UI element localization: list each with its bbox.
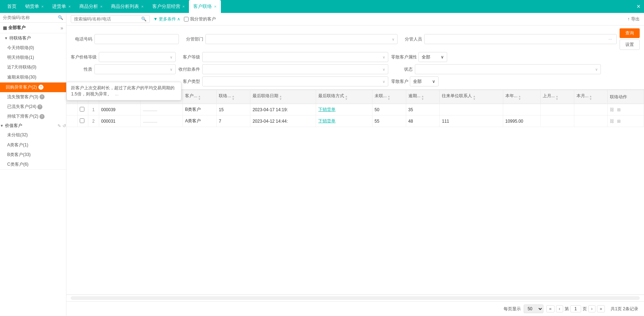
pagination-nav: « ‹ 第 页 › » xyxy=(546,305,605,312)
row-contact-count: 15 xyxy=(217,104,250,115)
row-checkbox[interactable] xyxy=(80,118,84,123)
export-button[interactable]: ↑ 导出 xyxy=(627,16,640,22)
horizontal-scrollbar[interactable] xyxy=(71,296,640,300)
toolbar-search-icon[interactable]: 🔍 xyxy=(141,16,147,22)
current-page-input[interactable] xyxy=(570,305,581,312)
gender-select[interactable]: ∨ xyxy=(94,64,176,74)
row-this-year xyxy=(503,104,540,115)
row-index: 1 xyxy=(88,104,99,115)
table-row: 2 000031 A类客户 7 2023-04-12 14:44: 下销货单 5… xyxy=(66,115,644,127)
nav-item-home[interactable]: 首页 xyxy=(3,0,21,13)
nav-item-purchase[interactable]: 进货单 × xyxy=(48,0,75,13)
churn-warning-info-icon[interactable]: ? xyxy=(40,94,45,99)
collapse-sidebar-btn[interactable]: » xyxy=(60,25,63,31)
sidebar-item-overdue-pending[interactable]: 逾期未联络(30) xyxy=(0,72,66,82)
price-customer-group: ▼ 价值客户 ✎ ↺ 未分组(32) A类客户(1) B类客户(33) C类客户… xyxy=(0,121,66,170)
close-product-analysis-tab[interactable]: × xyxy=(100,4,102,9)
zero-retail-select[interactable]: 全部 ∨ xyxy=(410,76,439,86)
filter-row-3: 性质 ∨ 收付款条件 ∨ 状态 xyxy=(71,64,640,74)
sidebar-item-declining[interactable]: 持续下滑客户(2) ? xyxy=(0,112,66,121)
dept-arrow-icon: ∨ xyxy=(392,37,394,41)
table-area: ⚙ 客户编码▲▼ 客户名称▲▼ 客户...▲▼ xyxy=(66,90,644,294)
sidebar-item-churned[interactable]: 已流失客户(24) ? xyxy=(0,102,66,112)
price-customer-title[interactable]: ▼ 价值客户 ✎ ↺ xyxy=(0,121,66,130)
row-settings xyxy=(66,115,77,127)
repurchase-info-icon[interactable]: ? xyxy=(38,85,43,90)
phone-input[interactable] xyxy=(94,34,179,44)
per-page-select[interactable]: 50 100 xyxy=(524,305,543,313)
customer-type-select[interactable]: ∨ xyxy=(202,76,388,86)
action-grid-icon[interactable]: ⊞ xyxy=(617,107,621,112)
filter-phone: 电话号码 xyxy=(71,34,179,44)
declining-info-icon[interactable]: ? xyxy=(40,114,45,119)
row-checkbox[interactable] xyxy=(80,107,84,112)
sidebar: 🔍 ▦ 全部客户 » ▼ 待联络客户 今天待联络(0) 明天待联络(1) 近7天… xyxy=(0,13,66,316)
nav-item-sales[interactable]: 销货单 × xyxy=(21,0,48,13)
nav-item-customer-contact[interactable]: 客户联络 × xyxy=(189,0,221,13)
row-last-contact-method[interactable]: 下销货单 xyxy=(316,115,372,127)
edit-icon[interactable]: ✎ xyxy=(57,123,61,128)
action-grid-icon[interactable]: ⊞ xyxy=(617,119,621,124)
action-link-icon[interactable]: ⛓ xyxy=(610,107,614,112)
nav-item-product-analysis-list[interactable]: 商品分析列表 × xyxy=(107,0,148,13)
price-grade-select[interactable]: ∨ xyxy=(99,52,176,62)
settings-button[interactable]: 设置 xyxy=(620,39,640,50)
status-arrow-icon: ∨ xyxy=(595,67,598,71)
payment-select[interactable]: ∨ xyxy=(202,64,388,74)
row-last-contact-method[interactable]: 下销货单 xyxy=(316,104,372,115)
sidebar-item-churn-warning[interactable]: 流失预警客户(3) ? xyxy=(0,92,66,102)
nav-item-customer-management[interactable]: 客户分层经营 × xyxy=(148,0,189,13)
sidebar-search-input[interactable] xyxy=(3,15,58,20)
filter-zero-retail-attr: 零散客户属性 全部 ∨ xyxy=(391,52,601,62)
more-conditions-arrow: ∧ xyxy=(177,16,180,22)
row-code: 000031 xyxy=(99,115,141,127)
close-customer-mgmt-tab[interactable]: × xyxy=(182,4,185,9)
close-sales-tab[interactable]: × xyxy=(41,4,43,9)
filter-zero-retail: 零散客户 全部 ∨ xyxy=(391,76,601,86)
pending-customers-title[interactable]: ▼ 待联络客户 xyxy=(0,33,66,43)
sidebar-item-class-a[interactable]: A类客户(1) xyxy=(0,140,66,150)
sidebar-item-class-c[interactable]: C类客户(6) xyxy=(0,160,66,169)
person-dots[interactable]: ··· xyxy=(607,37,613,42)
row-type: A类客户 xyxy=(183,115,217,127)
sidebar-item-7day-pending[interactable]: 近7天待联络(0) xyxy=(0,62,66,72)
query-button[interactable]: 查询 xyxy=(620,28,640,38)
dept-select[interactable]: ∨ xyxy=(205,34,398,44)
export-icon: ↑ xyxy=(627,16,630,22)
action-link-icon[interactable]: ⛓ xyxy=(610,119,614,124)
refresh-icon[interactable]: ↺ xyxy=(62,123,66,128)
filter-icon: ▼ xyxy=(153,16,158,22)
status-select[interactable]: ∨ xyxy=(415,64,601,74)
row-this-month xyxy=(574,115,608,127)
last-page-btn[interactable]: » xyxy=(597,305,605,312)
sidebar-search-icon[interactable]: 🔍 xyxy=(58,15,63,20)
customer-grade-select[interactable]: ∨ xyxy=(202,52,388,62)
my-customers-checkbox[interactable] xyxy=(184,17,189,22)
sidebar-item-unclassified[interactable]: 未分组(32) xyxy=(0,130,66,140)
nav-item-product-analysis[interactable]: 商品分析 × xyxy=(75,0,107,13)
close-customer-contact-tab[interactable]: × xyxy=(214,4,216,9)
next-page-btn[interactable]: › xyxy=(588,305,596,312)
row-this-year: 10995.00 xyxy=(503,115,540,127)
row-uncontacted: 50 xyxy=(372,104,406,115)
close-purchase-tab[interactable]: × xyxy=(68,4,70,9)
person-select[interactable]: ··· xyxy=(424,34,617,44)
zero-retail-attr-select[interactable]: 全部 ∨ xyxy=(418,52,447,62)
row-type: B类客户 xyxy=(183,104,217,115)
close-product-list-tab[interactable]: × xyxy=(141,4,143,9)
table-row: 1 000039 B类客户 15 2023-04-17 14:19: 下销货单 … xyxy=(66,104,644,115)
col-last-month: 上月...▲▼ xyxy=(540,90,574,104)
sidebar-item-today-pending[interactable]: 今天待联络(0) xyxy=(0,43,66,53)
toolbar-search-input[interactable] xyxy=(74,16,140,22)
more-conditions-btn[interactable]: ▼ 更多条件 ∧ xyxy=(153,16,180,22)
prev-page-btn[interactable]: ‹ xyxy=(556,305,563,312)
sidebar-item-repurchase-anomaly[interactable]: 回购异常客户(2) ? xyxy=(0,82,66,92)
gender-arrow-icon: ∨ xyxy=(170,67,172,71)
filter-dept: 分管部门 ∨ xyxy=(182,34,398,44)
first-page-btn[interactable]: « xyxy=(546,305,555,312)
churned-info-icon[interactable]: ? xyxy=(37,104,42,109)
sidebar-item-tomorrow-pending[interactable]: 明天待联络(1) xyxy=(0,53,66,62)
toolbar: 🔍 ▼ 更多条件 ∧ 我分管的客户 ↑ 导出 xyxy=(66,13,644,25)
sidebar-item-class-b[interactable]: B类客户(33) xyxy=(0,150,66,160)
close-all-tabs[interactable]: × xyxy=(636,3,640,10)
